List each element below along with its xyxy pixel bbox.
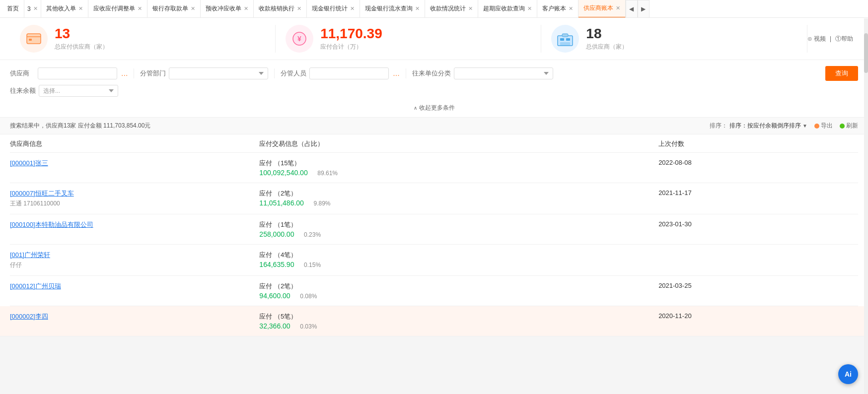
sort-dropdown-icon[interactable]: ▼ xyxy=(802,123,807,129)
transaction-cell-1: 应付 （2笔） 11,051,486.00 9.89% xyxy=(259,189,658,207)
supplier-filter-label: 供应商 xyxy=(10,69,35,78)
refresh-button[interactable]: 刷新 xyxy=(840,122,858,130)
export-button[interactable]: 导出 xyxy=(814,122,833,130)
nav-tab-bank-deposit-close[interactable]: ✕ xyxy=(191,5,195,12)
nav-tab-cash-flow[interactable]: 现金银行流水查询 ✕ xyxy=(360,0,425,18)
nav-tab-cash-bank-stat-label: 现金银行统计 xyxy=(312,4,348,13)
table-header: 供应商信息 应付交易信息（占比） 上次付数 xyxy=(10,134,858,153)
supplier-link-3[interactable]: [001]广州荣轩 xyxy=(10,251,50,259)
help-link[interactable]: ①帮助 xyxy=(835,35,853,43)
supplier-link-1[interactable]: [000007]恒旺二手叉车 xyxy=(10,190,74,197)
transaction-cell-5: 应付 （5笔） 32,366.00 0.03% xyxy=(259,312,658,330)
nav-tab-ar-ap-adjust[interactable]: 应收应付调整单 ✕ xyxy=(88,0,147,18)
supplier-link-4[interactable]: [000012]广州贝瑞 xyxy=(10,282,61,290)
filter-row-2: 往来余额 选择... xyxy=(10,85,858,97)
nav-tab-receipt-stat-close[interactable]: ✕ xyxy=(468,5,473,12)
nav-tab-home-label: 首页 xyxy=(7,4,19,13)
payable-total-value: 11,170.39 xyxy=(320,27,382,41)
summary-item-payable-total: ¥ 11,170.39 应付合计（万） xyxy=(276,25,541,53)
svg-rect-6 xyxy=(560,38,564,41)
sort-label: 排序： 排序：按应付余额倒序排序 ▼ xyxy=(710,122,807,130)
video-link[interactable]: ⊙ 视频 xyxy=(807,35,826,43)
payable-suppliers-text: 13 总应付供应商（家） xyxy=(55,27,108,51)
payable-suppliers-icon xyxy=(20,25,48,53)
dept-filter-select[interactable] xyxy=(169,67,268,79)
supplier-filter-dots[interactable]: ... xyxy=(121,69,128,78)
nav-tab-ar-ap-adjust-close[interactable]: ✕ xyxy=(138,5,142,12)
total-suppliers-label: 总供应商（家） xyxy=(586,43,628,51)
lastpay-cell-4: 2021-03-25 xyxy=(658,282,858,289)
nav-tab-payment-exec-close[interactable]: ✕ xyxy=(297,5,301,12)
txn-label-5: 应付 （5笔） xyxy=(259,312,658,321)
lastpay-cell-5: 2020-11-20 xyxy=(658,312,858,320)
payable-total-label: 应付合计（万） xyxy=(320,43,382,51)
nav-next-button[interactable]: ▶ xyxy=(638,0,650,18)
nav-tab-receipt-stat[interactable]: 收款情况统计 ✕ xyxy=(425,0,478,18)
table-row: [000007]恒旺二手叉车 王通 17106110000 应付 （2笔） 11… xyxy=(10,183,858,214)
nav-tab-other-income-close[interactable]: ✕ xyxy=(78,5,83,12)
right-tools: 排序： 排序：按应付余额倒序排序 ▼ 导出 刷新 xyxy=(710,122,858,130)
txn-amount-2[interactable]: 258,000.00 xyxy=(259,230,294,238)
nav-tab-payment-exec[interactable]: 收款核销执行 ✕ xyxy=(254,0,307,18)
collapse-bar[interactable]: ∧ 收起更多条件 xyxy=(10,101,858,113)
nav-tab-supplier-account-close[interactable]: ✕ xyxy=(616,5,620,11)
person-filter-label: 分管人员 xyxy=(281,69,306,78)
txn-amount-3[interactable]: 164,635.90 xyxy=(259,261,294,268)
query-button[interactable]: 查询 xyxy=(825,66,858,81)
supplier-link-2[interactable]: [000100]本特勒油品有限公司 xyxy=(10,221,93,228)
person-filter-input[interactable] xyxy=(309,67,389,79)
nav-tab-cash-bank-stat[interactable]: 现金银行统计 ✕ xyxy=(307,0,360,18)
results-header: 搜索结果中，供应商13家 应付金额 111,703,854.00元 排序： 排序… xyxy=(0,118,868,134)
nav-tab-other-income[interactable]: 其他收入单 ✕ xyxy=(41,0,88,18)
scrollbar-thumb[interactable] xyxy=(864,33,868,73)
txn-amount-5[interactable]: 32,366.00 xyxy=(259,322,290,330)
nav-tab-bank-deposit[interactable]: 银行存取款单 ✕ xyxy=(147,0,201,18)
table-row: [001]广州荣轩 仔仔 应付 （4笔） 164,635.90 0.15% xyxy=(10,245,858,276)
right-scrollbar[interactable] xyxy=(864,18,868,336)
nav-tab-3-close[interactable]: ✕ xyxy=(33,5,38,12)
nav-tab-prepaid[interactable]: 预收冲应收单 ✕ xyxy=(201,0,254,18)
nav-tab-overdue-close[interactable]: ✕ xyxy=(527,5,532,12)
balance-filter-select[interactable]: 选择... xyxy=(39,85,118,97)
txn-amount-0[interactable]: 100,092,540.00 xyxy=(259,169,307,177)
divider: | xyxy=(830,35,831,42)
top-nav: 首页 3 ✕ 其他收入单 ✕ 应收应付调整单 ✕ 银行存取款单 ✕ 预收冲应收单… xyxy=(0,0,868,18)
nav-tab-3[interactable]: 3 ✕ xyxy=(24,0,41,18)
supplier-link-5[interactable]: [000002]李四 xyxy=(10,313,48,320)
nav-tab-customer-account-close[interactable]: ✕ xyxy=(569,5,573,12)
supplier-sub-3: 仔仔 xyxy=(10,261,259,269)
nav-tab-bank-deposit-label: 银行存取款单 xyxy=(152,4,188,13)
summary-help-links: ⊙ 视频 | ①帮助 xyxy=(807,35,858,43)
lastpay-cell-1: 2021-11-17 xyxy=(658,189,858,197)
svg-rect-2 xyxy=(29,39,32,41)
nav-tab-customer-account-label: 客户账本 xyxy=(542,4,566,13)
payable-suppliers-count: 13 xyxy=(55,27,108,41)
txn-amount-1[interactable]: 11,051,486.00 xyxy=(259,199,304,207)
nav-tab-prepaid-label: 预收冲应收单 xyxy=(206,4,241,13)
nav-tab-prepaid-close[interactable]: ✕ xyxy=(244,5,248,12)
data-table: 供应商信息 应付交易信息（占比） 上次付数 [000001]张三 应付 （15笔… xyxy=(0,134,868,336)
export-icon xyxy=(814,124,819,129)
nav-tab-customer-account[interactable]: 客户账本 ✕ xyxy=(537,0,579,18)
nav-prev-button[interactable]: ◀ xyxy=(626,0,638,18)
lastpay-cell-0: 2022-08-08 xyxy=(658,159,858,166)
lastpay-date-5: 2020-11-20 xyxy=(658,312,692,320)
filter-item-dept: 分管部门 xyxy=(140,67,268,79)
person-filter-dots[interactable]: ... xyxy=(393,69,399,78)
sort-value[interactable]: 排序：按应付余额倒序排序 xyxy=(729,122,801,129)
results-summary-text: 搜索结果中，供应商13家 应付金额 111,703,854.00元 xyxy=(10,122,150,130)
summary-item-total-suppliers: 18 总供应商（家） xyxy=(541,25,807,53)
txn-label-0: 应付 （15笔） xyxy=(259,159,658,168)
nav-tab-cash-bank-stat-close[interactable]: ✕ xyxy=(350,5,355,12)
export-label: 导出 xyxy=(821,122,833,130)
nav-tab-overdue[interactable]: 超期应收款查询 ✕ xyxy=(478,0,537,18)
supplier-link-0[interactable]: [000001]张三 xyxy=(10,159,48,167)
category-filter-select[interactable] xyxy=(454,67,553,79)
txn-amount-4[interactable]: 94,600.00 xyxy=(259,292,290,300)
svg-text:¥: ¥ xyxy=(297,35,301,43)
nav-tab-home[interactable]: 首页 xyxy=(2,0,24,18)
supplier-filter-input[interactable] xyxy=(38,67,117,79)
nav-tab-cash-flow-close[interactable]: ✕ xyxy=(415,5,420,12)
nav-tab-supplier-account[interactable]: 供应商账本 ✕ xyxy=(579,0,626,18)
supplier-sub-1: 王通 17106110000 xyxy=(10,199,259,208)
